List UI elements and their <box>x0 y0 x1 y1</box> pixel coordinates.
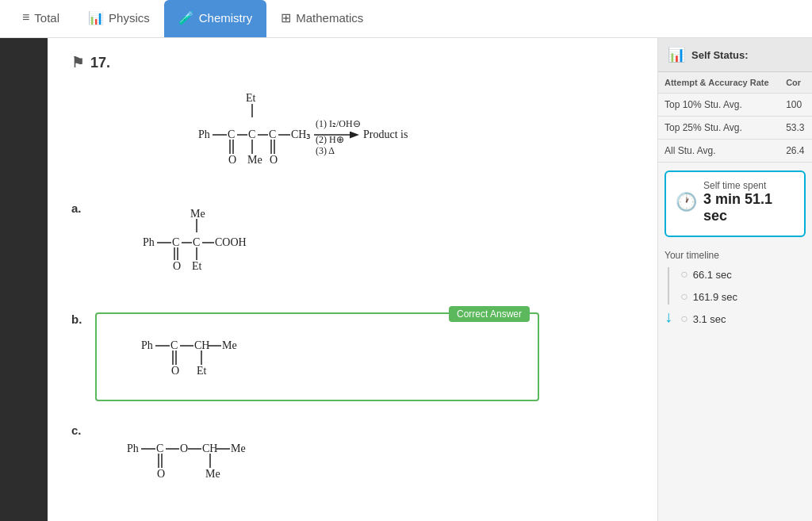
time-value: 3 min 51.1 sec <box>703 191 795 224</box>
svg-text:O: O <box>228 154 236 166</box>
bar-chart-icon: 📊 <box>668 46 685 63</box>
svg-text:Et: Et <box>192 260 202 272</box>
timeline-left: ↓ <box>665 267 672 326</box>
timeline-entries: ○ 66.1 sec ○ 161.9 sec ○ 3.1 sec <box>680 267 737 326</box>
option-b: b. Correct Answer Ph C O CH Et <box>71 312 634 401</box>
circle-icon-2: ○ <box>680 289 688 304</box>
option-a-content: Me Ph C O C Et COOH <box>95 201 333 290</box>
left-sidebar <box>0 38 48 521</box>
mathematics-icon: ⊞ <box>281 10 291 25</box>
svg-text:Me: Me <box>205 468 220 480</box>
col-header-attempt: Attempt & Accuracy Rate <box>658 72 779 94</box>
svg-text:O: O <box>173 260 181 272</box>
time-spent-box: 🕐 Self time spent 3 min 51.1 sec <box>665 170 806 237</box>
table-row: Top 10% Stu. Avg. 100 <box>658 94 812 117</box>
flag-icon: ⚑ <box>71 54 84 71</box>
question-area: ⚑ 17. Et Ph C O <box>48 38 657 521</box>
svg-text:CH: CH <box>202 442 217 454</box>
timeline-title: Your timeline <box>665 250 806 261</box>
time-label: Self time spent <box>703 180 795 191</box>
option-c-svg: Ph C O O CH Me Me <box>95 427 381 490</box>
self-status-title: Self Status: <box>691 49 749 61</box>
question-formula: Et Ph C O C Me <box>71 84 634 182</box>
tab-mathematics[interactable]: ⊞ Mathematics <box>266 0 377 37</box>
arrow-down-icon: ↓ <box>665 308 672 326</box>
option-a: a. Me Ph C O C <box>71 201 634 290</box>
chemistry-icon: 🧪 <box>178 10 194 25</box>
right-panel: 📊 Self Status: Attempt & Accuracy Rate C… <box>657 38 812 521</box>
svg-text:O: O <box>270 154 278 166</box>
circle-icon-3: ○ <box>680 312 688 326</box>
svg-text:Ph: Ph <box>141 339 153 351</box>
svg-text:Me: Me <box>231 442 246 454</box>
timeline-line <box>668 267 669 305</box>
svg-text:Product is: Product is <box>363 128 408 140</box>
row-label-top25: Top 25% Stu. Avg. <box>658 117 779 140</box>
svg-text:CH: CH <box>194 339 209 351</box>
tab-chemistry[interactable]: 🧪 Chemistry <box>164 0 267 37</box>
svg-text:Me: Me <box>190 208 205 220</box>
table-row: Top 25% Stu. Avg. 53.3 <box>658 117 812 140</box>
row-value-all: 26.4 <box>779 140 812 163</box>
svg-text:COOH: COOH <box>215 236 247 248</box>
tab-total[interactable]: ≡ Total <box>8 0 74 37</box>
tab-chemistry-label: Chemistry <box>199 11 253 25</box>
tab-physics[interactable]: 📊 Physics <box>74 0 164 37</box>
svg-text:CH₃: CH₃ <box>291 128 311 140</box>
svg-text:Me: Me <box>247 154 262 166</box>
timeline-section: Your timeline ↓ ○ 66.1 sec ○ 161.9 sec <box>658 245 812 331</box>
option-b-box: Correct Answer Ph C O CH Et Me <box>95 312 539 401</box>
tab-mathematics-label: Mathematics <box>296 11 363 25</box>
time-spent-header: 🕐 Self time spent 3 min 51.1 sec <box>676 180 795 224</box>
svg-text:C: C <box>248 128 255 140</box>
svg-text:Et: Et <box>246 92 256 104</box>
svg-text:O: O <box>180 442 188 454</box>
question-formula-svg: Et Ph C O C Me <box>71 84 515 179</box>
option-b-label: b. <box>71 312 87 326</box>
option-c-content: Ph C O O CH Me Me <box>95 423 381 496</box>
physics-icon: 📊 <box>88 10 104 25</box>
timeline-items: ↓ ○ 66.1 sec ○ 161.9 sec ○ 3.1 sec <box>665 267 806 326</box>
tab-total-label: Total <box>34 11 59 25</box>
svg-text:(1) I₂/OH⊖: (1) I₂/OH⊖ <box>316 118 361 129</box>
svg-text:C: C <box>228 128 235 140</box>
timeline-entry-2: ○ 161.9 sec <box>680 289 737 304</box>
svg-text:(2) H⊕: (2) H⊕ <box>316 134 344 145</box>
timeline-time-2: 161.9 sec <box>693 291 737 303</box>
table-row: All Stu. Avg. 26.4 <box>658 140 812 163</box>
timeline-entry-1: ○ 66.1 sec <box>680 267 737 282</box>
svg-text:O: O <box>157 468 165 480</box>
total-icon: ≡ <box>22 10 29 25</box>
row-value-top25: 53.3 <box>779 117 812 140</box>
question-header: ⚑ 17. <box>71 54 634 71</box>
row-label-top10: Top 10% Stu. Avg. <box>658 94 779 117</box>
svg-text:Ph: Ph <box>198 128 210 140</box>
svg-text:O: O <box>171 365 179 377</box>
option-c: c. Ph C O O CH Me <box>71 423 634 496</box>
option-b-svg: Ph C O CH Et Me <box>109 324 347 387</box>
svg-text:C: C <box>156 442 163 454</box>
svg-text:C: C <box>172 236 179 248</box>
timeline-time-1: 66.1 sec <box>693 269 732 281</box>
row-value-top10: 100 <box>779 94 812 117</box>
svg-text:Ph: Ph <box>127 442 139 454</box>
svg-text:C: C <box>170 339 178 351</box>
circle-icon-1: ○ <box>680 267 688 282</box>
stats-table: Attempt & Accuracy Rate Cor Top 10% Stu.… <box>658 72 812 163</box>
timeline-time-3: 3.1 sec <box>693 313 726 325</box>
question-number: 17. <box>90 55 110 71</box>
correct-answer-badge: Correct Answer <box>449 306 530 322</box>
self-status-header: 📊 Self Status: <box>658 38 812 72</box>
row-label-all: All Stu. Avg. <box>658 140 779 163</box>
svg-text:Et: Et <box>197 365 207 377</box>
svg-text:C: C <box>269 128 276 140</box>
option-c-label: c. <box>71 423 87 437</box>
col-header-cor: Cor <box>779 72 812 94</box>
option-a-label: a. <box>71 201 87 215</box>
timeline-entry-3: ○ 3.1 sec <box>680 312 737 326</box>
svg-text:Ph: Ph <box>143 236 155 248</box>
svg-text:(3) Δ: (3) Δ <box>316 145 335 156</box>
main-content: ⚑ 17. Et Ph C O <box>0 38 812 521</box>
tabs-bar: ≡ Total 📊 Physics 🧪 Chemistry ⊞ Mathemat… <box>0 0 812 38</box>
clock-icon: 🕐 <box>676 192 697 213</box>
